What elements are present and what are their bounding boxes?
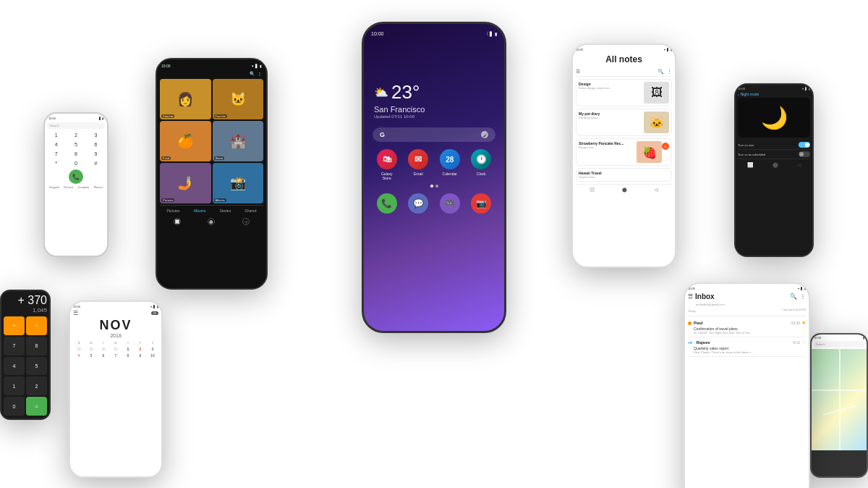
notes-nav-recent[interactable]: ◁ xyxy=(655,187,658,192)
calc-btn-4[interactable]: 4 xyxy=(4,357,25,376)
calculator-keypad: + ÷ 7 8 4 5 1 2 0 = xyxy=(4,316,47,416)
tab-stories[interactable]: Stories xyxy=(220,209,231,213)
tab-recent[interactable]: Recent xyxy=(64,185,73,189)
inbox-more-icon[interactable]: ⋮ xyxy=(800,293,806,300)
tab-shared[interactable]: Shared xyxy=(244,209,256,213)
calc-btn-plus[interactable]: + xyxy=(4,316,25,335)
inbox-today-label: Today xyxy=(688,309,696,313)
dialer-key-3[interactable]: 3 xyxy=(87,131,105,139)
calc-btn-equals[interactable]: = xyxy=(26,397,47,416)
tab-pictures[interactable]: Pictures xyxy=(167,209,180,213)
nav-home-btn[interactable]: ⬤ xyxy=(208,218,215,225)
dialer-key-9[interactable]: 9 xyxy=(87,150,105,158)
cal-day-10[interactable]: 10 xyxy=(147,353,158,358)
calendar-app-icon[interactable]: 28 Calendar xyxy=(440,149,460,180)
clock-app-icon[interactable]: 🕐 Clock xyxy=(471,149,491,180)
cal-day-5[interactable]: 5 xyxy=(85,353,97,358)
tab-albums[interactable]: Albums xyxy=(194,209,206,213)
night-nav-recent[interactable]: ◁ xyxy=(797,162,801,168)
notes-card-hawaii[interactable]: Hawaii Travel Travel notes... xyxy=(576,168,672,182)
gallery-search-icon[interactable]: 🔍 xyxy=(250,71,255,76)
calc-btn-5[interactable]: 5 xyxy=(26,357,47,376)
night-toggle-scheduled-switch[interactable] xyxy=(799,151,810,157)
notes-nav-back[interactable]: ⬜ xyxy=(590,187,595,192)
app-row-1: 🛍 GalaxyStore ✉ Email 28 Calendar 🕐 Cloc… xyxy=(368,149,500,180)
calc-btn-7[interactable]: 7 xyxy=(4,337,25,356)
dialer-key-0[interactable]: 0 xyxy=(67,159,85,167)
messages-app-icon[interactable]: 💬 xyxy=(408,193,428,214)
tab-places[interactable]: Places xyxy=(94,185,103,189)
cal-day-2[interactable]: 2 xyxy=(135,346,146,352)
phone-app-icon[interactable]: 📞 xyxy=(377,193,397,214)
notes-search-icon[interactable]: 🔍 xyxy=(658,69,664,75)
night-toggle-now-switch[interactable] xyxy=(799,142,810,148)
maps-search-bar[interactable]: Search xyxy=(814,341,864,348)
gallery-more-icon[interactable]: ⋮ xyxy=(258,71,262,76)
cal-day-3[interactable]: 3 xyxy=(147,346,158,352)
dialer-key-5[interactable]: 5 xyxy=(67,140,85,148)
gallery-cell-street[interactable]: 🏰 Street xyxy=(213,121,264,161)
notes-menu-icon[interactable]: ☰ xyxy=(576,69,580,75)
calendar-menu-icon[interactable]: ☰ xyxy=(73,310,78,316)
cal-day-1[interactable]: 1 xyxy=(122,346,134,352)
dialer-key-4[interactable]: 4 xyxy=(47,140,65,148)
night-back-nav[interactable]: ‹ Night mode xyxy=(738,92,810,96)
dialer-key-6[interactable]: 6 xyxy=(87,140,105,148)
inbox-menu-icon[interactable]: ☰ xyxy=(688,293,693,300)
games-app-icon[interactable]: 🎮 xyxy=(440,193,460,214)
notes-more-icon[interactable]: ⋮ xyxy=(667,69,672,75)
calc-btn-0[interactable]: 0 xyxy=(4,397,25,416)
night-nav-back[interactable]: ⬜ xyxy=(747,162,754,168)
notes-nav-home[interactable]: ⬤ xyxy=(622,187,627,192)
inbox-email-rajeev[interactable]: VIP Rajeev 8:12 ☆ Quarterly sales report… xyxy=(688,337,806,357)
gallery-cell-camera[interactable]: 👩 Camera xyxy=(160,79,211,119)
cal-day-7[interactable]: 7 xyxy=(110,353,122,358)
cal-header-tue: T xyxy=(98,340,109,345)
calendar-header: ☰ 20 xyxy=(73,310,158,316)
search-bar[interactable]: G 🎤 xyxy=(373,127,495,142)
night-label-now: Turn on now xyxy=(738,143,754,147)
gallery-cell-albums[interactable]: 📸 Albums xyxy=(213,163,264,203)
dialer-key-star[interactable]: * xyxy=(47,159,65,167)
dialer-key-8[interactable]: 8 xyxy=(67,150,85,158)
email-app-icon[interactable]: ✉ Email xyxy=(408,149,428,180)
inbox-star-paul[interactable]: ★ xyxy=(801,320,806,326)
night-nav-home[interactable]: ⬤ xyxy=(773,162,778,168)
galaxy-store-icon[interactable]: 🛍 GalaxyStore xyxy=(377,149,397,180)
gallery-cell-favorite[interactable]: 🐱 Favorite xyxy=(213,79,264,119)
calc-btn-8[interactable]: 8 xyxy=(26,337,47,356)
gallery-cell-pictures[interactable]: 🤳 Pictures xyxy=(160,163,211,203)
dialer-key-7[interactable]: 7 xyxy=(47,150,65,158)
nav-recent-btn[interactable]: ◁ xyxy=(242,218,250,225)
inbox-star-rajeev[interactable]: ☆ xyxy=(801,340,806,345)
cal-day-9[interactable]: 9 xyxy=(135,353,146,358)
calc-sub: 1,045 xyxy=(4,307,47,314)
nav-back-btn[interactable]: ⬜ xyxy=(174,218,181,225)
dialer-search[interactable]: Search xyxy=(47,122,105,129)
gallery-cell-food[interactable]: 🍊 Food xyxy=(160,121,211,161)
call-button[interactable]: 📞 xyxy=(69,169,83,184)
cal-day-4[interactable]: 4 xyxy=(73,353,85,358)
cal-day-8[interactable]: 8 xyxy=(122,353,134,358)
city-name: San Francisco xyxy=(374,105,494,114)
tab-keypad[interactable]: Keypad xyxy=(49,185,59,189)
cal-day-6[interactable]: 6 xyxy=(98,353,109,358)
calc-btn-2[interactable]: 2 xyxy=(26,376,47,395)
dialer-key-2[interactable]: 2 xyxy=(67,131,85,139)
inbox-email-paul[interactable]: Paul 10:32 ★ Confirmation of travel plan… xyxy=(688,318,806,337)
dialer-key-1[interactable]: 1 xyxy=(47,131,65,139)
notes-card-pancake[interactable]: + 🍓 Strawberry Pancake Rec... Recipe tex… xyxy=(576,138,672,166)
calc-btn-1[interactable]: 1 xyxy=(4,376,25,395)
inbox-title: Inbox xyxy=(695,293,715,300)
notes-card-design[interactable]: 🖼 Design Some design notes text... xyxy=(576,79,672,106)
google-g: G xyxy=(380,131,385,138)
calc-btn-minus[interactable]: ÷ xyxy=(26,316,47,335)
night-toggle-scheduled: Turn on as scheduled xyxy=(738,150,810,159)
night-moon-image: 🌙 xyxy=(738,98,810,138)
inbox-search-icon[interactable]: 🔍 xyxy=(790,293,797,300)
notes-card-pet[interactable]: 🐱 My pet diary Pet diary notes... xyxy=(576,109,672,136)
camera-app-icon[interactable]: 📷 xyxy=(471,193,491,214)
gallery-screen: 10:00 ▾ ▋ ▮ 🔍 ⋮ 👩 Camera 🐱 Favorite xyxy=(157,59,266,288)
tab-contacts[interactable]: Contacts xyxy=(77,185,89,189)
dialer-key-hash[interactable]: # xyxy=(87,159,105,167)
